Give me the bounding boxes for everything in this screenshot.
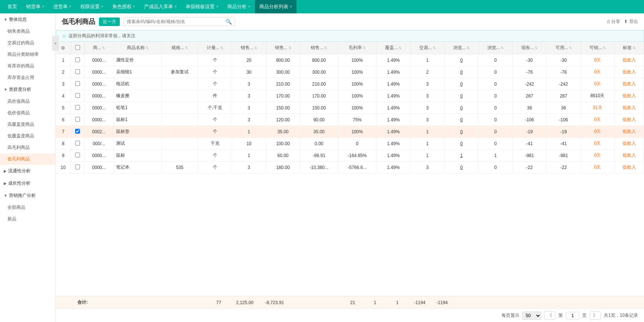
td-sales-qty: 3 (232, 162, 266, 173)
td-view1[interactable]: 0 (445, 78, 478, 90)
total-available: -1194 (431, 300, 453, 305)
th-coverage[interactable]: 覆盖...⇅ (377, 42, 410, 54)
td-checkbox[interactable] (71, 162, 84, 173)
top-navigation: 首页 销货单 × 进货单 × 权限设置 × 角色授权 × 产成品入库单 × 单据… (0, 0, 644, 13)
td-transaction: 3 (410, 102, 444, 114)
th-code[interactable]: 商...⇅ (84, 42, 114, 54)
td-current: -76 (512, 66, 546, 78)
sidebar-item-low-margin[interactable]: 低毛利商品 (0, 153, 55, 165)
td-transaction: 3 (410, 114, 444, 126)
sidebar-item-stock-products[interactable]: 有库存的商品 (0, 60, 55, 72)
nav-item-template[interactable]: 单据模板设置 × (181, 0, 223, 13)
next-page-button[interactable]: 》 (590, 311, 601, 320)
sidebar-section-marketing[interactable]: ▼ 营销推广分析 (0, 189, 55, 202)
close-icon[interactable]: × (248, 0, 250, 13)
close-icon[interactable]: × (42, 0, 44, 13)
td-view1[interactable]: 0 (445, 162, 478, 173)
th-view2[interactable]: 浏览...⇅ (478, 42, 512, 54)
search-input[interactable] (127, 19, 225, 24)
select-all-checkbox[interactable] (75, 45, 80, 50)
sidebar-item-low-value[interactable]: 低价值商品 (0, 107, 55, 119)
th-current[interactable]: 现有...⇅ (512, 42, 546, 54)
table-container: ⚙ 商...⇅ 商品名称⇅ 规格...⇅ 计量...⇅ 销售...⇅ 销售...… (56, 42, 644, 296)
sidebar-item-high-value[interactable]: 高价值商品 (0, 96, 55, 107)
sidebar-section-flow[interactable]: ▶ 流通性分析 (0, 165, 55, 177)
close-icon[interactable]: × (174, 0, 177, 13)
close-icon[interactable]: × (101, 0, 103, 13)
td-available: -41 (547, 138, 580, 150)
close-icon[interactable]: × (69, 0, 71, 13)
sidebar-section-overview[interactable]: ▼ 整体信息 (0, 13, 55, 26)
td-saleable: 0天 (580, 162, 614, 173)
share-button[interactable]: ⎙ 分享 (607, 19, 620, 25)
sidebar-item-high-margin[interactable]: 高毛利商品 (0, 142, 55, 153)
th-sales-profit[interactable]: 销售...⇅ (300, 42, 338, 54)
td-checkbox[interactable] (71, 90, 84, 102)
td-view1[interactable]: 0 (445, 126, 478, 138)
sidebar-item-high-coverage[interactable]: 高覆盖度商品 (0, 119, 55, 130)
nav-item-product-analysis[interactable]: 商品分析 × (223, 0, 255, 13)
per-page-select[interactable]: 50 10 20 100 (522, 312, 541, 320)
td-view1[interactable]: 0 (445, 138, 478, 150)
td-checkbox[interactable] (71, 150, 84, 162)
td-sales-amount: 180.00 (266, 162, 300, 173)
arrow-icon: ▶ (4, 181, 7, 185)
td-view1[interactable]: 0 (445, 114, 478, 126)
td-checkbox[interactable] (71, 102, 84, 114)
td-current: -981 (512, 150, 546, 162)
th-saleable[interactable]: 可销...⇅ (580, 42, 614, 54)
td-view1[interactable]: 0 (445, 54, 478, 66)
sidebar-item-new-products[interactable]: 新品 (0, 213, 55, 225)
nav-item-home[interactable]: 首页 (3, 0, 22, 13)
td-view1[interactable]: 0 (445, 66, 478, 78)
th-name[interactable]: 商品名称⇅ (114, 42, 161, 54)
nav-item-sales[interactable]: 销货单 × (22, 0, 49, 13)
export-button[interactable]: ⬆ 导出 (624, 19, 638, 25)
th-spec[interactable]: 规格...⇅ (161, 42, 198, 54)
sidebar-collapse-button[interactable]: « (52, 36, 59, 51)
th-gross-rate[interactable]: 毛利率⇅ (338, 42, 376, 54)
close-icon[interactable]: × (290, 0, 292, 13)
td-checkbox[interactable] (71, 54, 84, 66)
td-spec (161, 126, 198, 138)
nav-item-purchase[interactable]: 进货单 × (49, 0, 76, 13)
td-gross-rate: -5766.6... (338, 162, 376, 173)
sidebar-item-low-coverage[interactable]: 低覆盖度商品 (0, 130, 55, 142)
td-view1[interactable]: 0 (445, 90, 478, 102)
td-view1[interactable]: 1 (445, 150, 478, 162)
nav-item-finished[interactable]: 产成品入库单 × (140, 0, 181, 13)
td-transaction: 3 (410, 162, 444, 173)
td-unit: 个 (198, 162, 232, 173)
page-number-input[interactable] (566, 312, 579, 319)
sidebar-item-stock-capital[interactable]: 库存资金占用 (0, 72, 55, 83)
filter-period-button[interactable]: 近一月 (99, 17, 120, 26)
th-tag[interactable]: 标签⇅ (615, 42, 644, 54)
search-icon[interactable]: 🔍 (225, 19, 232, 25)
nav-item-permission[interactable]: 权限设置 × (76, 0, 108, 13)
close-icon[interactable]: × (216, 0, 218, 13)
td-checkbox[interactable] (71, 126, 84, 138)
th-unit[interactable]: 计量...⇅ (198, 42, 232, 54)
th-sales-amount[interactable]: 销售...⇅ (266, 42, 300, 54)
sidebar-item-all-products[interactable]: 全部商品 (0, 202, 55, 213)
td-view1[interactable]: 0 (445, 102, 478, 114)
th-transaction[interactable]: 交易...⇅ (410, 42, 444, 54)
th-available[interactable]: 可用...⇅ (547, 42, 580, 54)
nav-item-product-analysis-list[interactable]: 商品分析列表 × (255, 0, 297, 13)
td-unit: 个 (198, 126, 232, 138)
th-view1[interactable]: 浏览...⇅ (445, 42, 478, 54)
th-sales-qty[interactable]: 销售...⇅ (232, 42, 266, 54)
td-checkbox[interactable] (71, 114, 84, 126)
close-icon[interactable]: × (133, 0, 135, 13)
td-checkbox[interactable] (71, 138, 84, 150)
prev-page-button[interactable]: 《 (544, 311, 555, 320)
td-checkbox[interactable] (71, 78, 84, 90)
nav-item-role[interactable]: 角色授权 × (108, 0, 140, 13)
table-row: 7 0002... 鼠标垫 个 1 35.00 35.00 100% 1.49%… (56, 126, 644, 138)
sidebar-section-cluster[interactable]: ▼ 类群度分析 (0, 83, 55, 96)
sidebar-item-traded-products[interactable]: 交易过的商品 (0, 37, 55, 49)
td-checkbox[interactable] (71, 66, 84, 78)
sidebar-item-sales-products[interactable]: 销售类商品 (0, 26, 55, 37)
sidebar-section-growth[interactable]: ▶ 成长性分析 (0, 177, 55, 189)
sidebar-item-category-rate[interactable]: 商品分类助销率 (0, 49, 55, 60)
